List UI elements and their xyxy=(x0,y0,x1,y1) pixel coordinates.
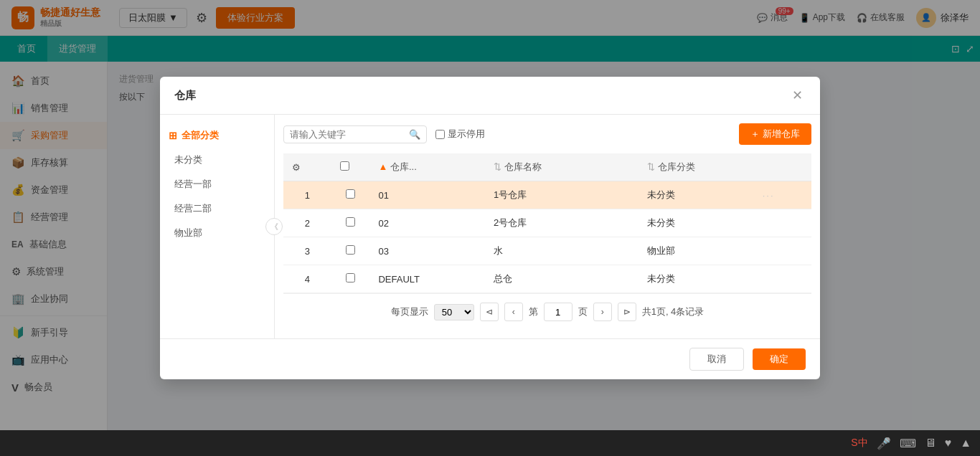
row-name: 水 xyxy=(485,237,639,265)
modal-toolbar: 🔍 显示停用 ＋ 新增仓库 xyxy=(283,123,811,145)
warehouse-table: ⚙ ▲ 仓库... ⇅ xyxy=(283,153,811,293)
row-category: 物业部 xyxy=(639,237,754,265)
sort-icon-name: ⇅ xyxy=(494,161,501,172)
page-last-button[interactable]: ⊳ xyxy=(618,303,636,321)
ime-icon[interactable]: S中 xyxy=(851,437,867,450)
show-disabled-label: 显示停用 xyxy=(448,128,485,141)
modal-all-categories[interactable]: ⊞ 全部分类 xyxy=(160,123,274,148)
search-input[interactable] xyxy=(290,129,405,140)
modal-sidebar-unclassified[interactable]: 未分类 xyxy=(160,148,274,172)
row-check xyxy=(331,181,370,209)
search-box: 🔍 xyxy=(283,125,427,143)
row-actions xyxy=(754,265,811,293)
row-name: 总仓 xyxy=(485,265,639,293)
th-name: ⇅ 仓库名称 xyxy=(485,153,639,181)
row-checkbox-4[interactable] xyxy=(346,273,355,282)
row-checkbox-3[interactable] xyxy=(346,245,355,255)
table-row[interactable]: 1 01 1号仓库 未分类 ··· xyxy=(283,181,811,209)
row-actions xyxy=(754,209,811,237)
modal-main: 🔍 显示停用 ＋ 新增仓库 ⚙ xyxy=(275,115,820,338)
per-page-select[interactable]: 50 20 100 xyxy=(434,304,474,320)
row-code: 02 xyxy=(369,209,485,237)
all-categories-label: 全部分类 xyxy=(182,129,219,142)
th-code: ▲ 仓库... xyxy=(369,153,485,181)
row-actions: ··· xyxy=(754,181,811,209)
th-name-label: 仓库名称 xyxy=(504,161,542,172)
row-check xyxy=(331,209,370,237)
select-all-checkbox[interactable] xyxy=(340,161,349,171)
row-checkbox-1[interactable] xyxy=(346,189,355,199)
search-icon[interactable]: 🔍 xyxy=(409,129,420,140)
table-row[interactable]: 4 DEFAULT 总仓 未分类 xyxy=(283,265,811,293)
page-first-button[interactable]: ⊲ xyxy=(480,303,499,321)
row-checkbox-2[interactable] xyxy=(346,217,355,227)
page-label: 第 xyxy=(529,305,538,318)
th-checkbox xyxy=(331,153,370,181)
sidebar-collapse-button[interactable]: 《 xyxy=(265,218,283,235)
cancel-button[interactable]: 取消 xyxy=(689,348,744,371)
page-next-button[interactable]: › xyxy=(593,303,612,321)
modal-title: 仓库 xyxy=(174,89,196,103)
table-row[interactable]: 3 03 水 物业部 xyxy=(283,237,811,265)
row-category: 未分类 xyxy=(639,181,754,209)
row-no: 3 xyxy=(283,237,331,265)
row-category: 未分类 xyxy=(639,265,754,293)
grid-icon: ⊞ xyxy=(169,130,177,141)
show-disabled-checkbox-label[interactable]: 显示停用 xyxy=(435,128,485,141)
th-settings: ⚙ xyxy=(283,153,331,181)
th-actions xyxy=(754,153,811,181)
row-check xyxy=(331,237,370,265)
modal-overlay: 仓库 ✕ ⊞ 全部分类 未分类 经营一部 经营二部 xyxy=(0,0,980,456)
row-name: 2号仓库 xyxy=(485,209,639,237)
screen-icon[interactable]: 🖥 xyxy=(925,437,936,450)
modal-pagination: 每页显示 50 20 100 ⊲ ‹ 第 页 › ⊳ 共1页, 4条记录 xyxy=(283,293,811,330)
row-code: 03 xyxy=(369,237,485,265)
modal-close-button[interactable]: ✕ xyxy=(788,87,806,104)
row-actions xyxy=(754,237,811,265)
table-header-row: ⚙ ▲ 仓库... ⇅ xyxy=(283,153,811,181)
settings-gear-icon[interactable]: ⚙ xyxy=(292,162,301,173)
row-no: 2 xyxy=(283,209,331,237)
page-unit: 页 xyxy=(578,305,588,318)
microphone-icon[interactable]: 🎤 xyxy=(877,437,891,450)
per-page-label: 每页显示 xyxy=(391,305,428,318)
modal-footer: 取消 确定 xyxy=(160,338,820,379)
row-no: 1 xyxy=(283,181,331,209)
th-category-label: 仓库分类 xyxy=(658,161,695,172)
table-container: ⚙ ▲ 仓库... ⇅ xyxy=(283,153,811,293)
modal-body: ⊞ 全部分类 未分类 经营一部 经营二部 物业部 《 xyxy=(160,115,820,338)
add-warehouse-button[interactable]: ＋ 新增仓库 xyxy=(739,123,811,145)
row-name: 1号仓库 xyxy=(485,181,639,209)
page-summary: 共1页, 4条记录 xyxy=(642,305,705,318)
table-row[interactable]: 2 02 2号仓库 未分类 xyxy=(283,209,811,237)
confirm-button[interactable]: 确定 xyxy=(753,348,806,370)
up-icon[interactable]: ▲ xyxy=(960,437,971,450)
sort-icon: ▲ xyxy=(378,161,387,172)
row-no: 4 xyxy=(283,265,331,293)
row-code: DEFAULT xyxy=(369,265,485,293)
show-disabled-checkbox[interactable] xyxy=(435,130,445,139)
page-prev-button[interactable]: ‹ xyxy=(504,303,523,321)
warehouse-modal: 仓库 ✕ ⊞ 全部分类 未分类 经营一部 经营二部 xyxy=(160,77,820,379)
modal-sidebar-ops1[interactable]: 经营一部 xyxy=(160,172,274,196)
modal-sidebar: ⊞ 全部分类 未分类 经营一部 经营二部 物业部 《 xyxy=(160,115,275,338)
page-input[interactable] xyxy=(544,303,573,321)
row-check xyxy=(331,265,370,293)
keyboard-icon[interactable]: ⌨ xyxy=(900,437,916,450)
row-code: 01 xyxy=(369,181,485,209)
row-category: 未分类 xyxy=(639,209,754,237)
modal-sidebar-ops2[interactable]: 经营二部 xyxy=(160,196,274,221)
modal-sidebar-property[interactable]: 物业部 xyxy=(160,221,274,245)
modal-header: 仓库 ✕ xyxy=(160,77,820,115)
sort-icon-cat: ⇅ xyxy=(647,161,655,172)
bottom-bar: S中 🎤 ⌨ 🖥 ♥ ▲ xyxy=(0,430,980,456)
th-category: ⇅ 仓库分类 xyxy=(639,153,754,181)
heart-icon[interactable]: ♥ xyxy=(945,437,952,450)
th-code-label: 仓库... xyxy=(390,161,417,172)
row-actions-btn-1[interactable]: ··· xyxy=(763,190,775,201)
